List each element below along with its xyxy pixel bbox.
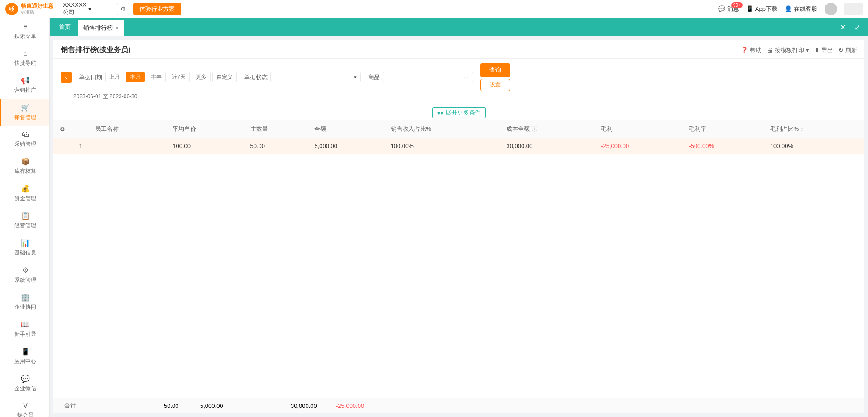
tab-bar-right: ✕ ⤢ [837, 22, 866, 33]
sidebar-label: 销售管理 [14, 114, 36, 121]
online-service-button[interactable]: 👤 在线客服 [785, 5, 817, 13]
sidebar-item-sales[interactable]: 🛒 销售管理 [0, 99, 49, 126]
message-button[interactable]: 💬 消息 99+ [718, 5, 739, 13]
logo-icon: 畅 [5, 3, 18, 15]
filter-collapse-button[interactable]: ‹ [61, 72, 72, 83]
app-center-icon: 📱 [21, 347, 30, 356]
date-custom-button[interactable]: 自定义 [212, 72, 237, 82]
tab-active[interactable]: 销售排行榜 × [78, 20, 124, 36]
sidebar-item-app-center[interactable]: 📱 应用中心 [0, 343, 49, 370]
logo: 畅 畅康通好生意 标准版 [5, 3, 55, 15]
table-body: 1100.0050.005,000.00100.00%30,000.00-25,… [53, 138, 864, 154]
date-last-7-days-button[interactable]: 近7天 [168, 72, 190, 82]
col-cost: 成本全额 ⓘ [501, 120, 595, 138]
tab-active-label: 销售排行榜 [83, 24, 113, 32]
basic-info-icon: 📊 [21, 239, 30, 247]
date-this-year-button[interactable]: 本年 [147, 72, 166, 82]
date-this-month-button[interactable]: 本月 [126, 72, 145, 82]
gear-icon: ⚙ [120, 5, 126, 12]
table-wrap: ⚙ 员工名称 平均单价 主数量 全额 销售收入占比% 成本全额 ⓘ 毛利 [53, 120, 864, 398]
sidebar-label: 快捷导航 [14, 59, 36, 67]
date-range-display: 2023-06-01 至 2023-06-30 [61, 91, 857, 101]
sidebar-item-search-order[interactable]: ≡ 搜索菜单 [0, 18, 49, 45]
cell-rank: 1 [72, 138, 90, 154]
footer-total-label: 合计 [59, 402, 158, 410]
sidebar-item-inventory[interactable]: 📦 库存核算 [0, 153, 49, 180]
export-icon: ⬇ [815, 47, 820, 53]
col-settings[interactable]: ⚙ [53, 120, 72, 138]
sidebar-label: 企业协同 [14, 303, 36, 311]
date-last-month-button[interactable]: 上月 [105, 72, 124, 82]
goods-input[interactable]: ··· [383, 72, 473, 82]
sidebar-label: 基础信息 [14, 249, 36, 257]
footer-total: 5,000.00 [195, 403, 240, 409]
page-title: 销售排行榜(按业务员) [61, 45, 131, 55]
date-more-button[interactable]: 更多 [192, 72, 211, 82]
cell-gross-pct: 100.00% [765, 138, 864, 154]
sidebar-item-finance[interactable]: 💰 资金管理 [0, 180, 49, 207]
table-row: 1100.0050.005,000.00100.00%30,000.00-25,… [53, 138, 864, 154]
app-download-button[interactable]: 📱 App下载 [746, 5, 777, 13]
trial-button[interactable]: 体验行业方案 [133, 3, 181, 15]
goods-filter-item: 商品 ··· [368, 72, 473, 82]
export-button[interactable]: ⬇ 导出 [815, 46, 833, 54]
tab-home[interactable]: 首页 [52, 18, 78, 36]
sidebar-item-wechat[interactable]: 💬 企业微信 [0, 370, 49, 397]
refresh-label: 刷新 [845, 46, 857, 54]
company-selector[interactable]: XXXXXX公司 [59, 0, 113, 19]
sidebar-label: 采购管理 [14, 140, 36, 148]
cell-total: 5,000.00 [309, 138, 385, 154]
page-content: 销售排行榜(按业务员) ❓ 帮助 🖨 按模板打印 ⬇ 导出 [53, 40, 864, 413]
cell-name [90, 138, 167, 154]
filter-settings-button[interactable]: 设置 [480, 79, 510, 91]
sidebar-item-enterprise[interactable]: 🏢 企业协同 [0, 288, 49, 316]
settings-button[interactable]: ⚙ [117, 3, 129, 15]
footer-qty: 50.00 [158, 403, 195, 409]
refresh-button[interactable]: ↻ 刷新 [839, 46, 857, 54]
sales-icon: 🛒 [21, 103, 30, 112]
gross-pct-info-icon[interactable]: ↕ [801, 125, 804, 132]
top-bar: 畅 畅康通好生意 标准版 XXXXXX公司 ⚙ 体验行业方案 💬 消息 99+ … [0, 0, 868, 18]
page-actions: ❓ 帮助 🖨 按模板打印 ⬇ 导出 ↻ 刷新 [741, 46, 857, 54]
cell-cost: 30,000.00 [501, 138, 595, 154]
expand-more-section: ▾ 展开更多条件 [53, 105, 864, 120]
sidebar-label: 系统管理 [14, 276, 36, 284]
sales-table: ⚙ 员工名称 平均单价 主数量 全额 销售收入占比% 成本全额 ⓘ 毛利 [53, 120, 864, 154]
sidebar-label: 应用中心 [14, 358, 36, 365]
sidebar-item-member[interactable]: V 畅会员 [0, 397, 49, 417]
status-select[interactable] [270, 72, 361, 82]
footer-gross: -25,000.00 [331, 403, 376, 409]
home-icon: ⌂ [23, 49, 28, 58]
help-label: 帮助 [750, 46, 762, 54]
col-gross: 毛利 [595, 120, 683, 138]
col-qty: 主数量 [245, 120, 309, 138]
close-window-button[interactable]: ✕ [837, 22, 848, 33]
date-filter-label: 单据日期 [79, 73, 102, 81]
more-icon[interactable]: ··· [461, 74, 469, 81]
sidebar-label: 库存核算 [14, 168, 36, 175]
cost-info-icon[interactable]: ⓘ [532, 125, 537, 132]
sidebar-item-system[interactable]: ⚙ 系统管理 [0, 261, 49, 288]
sidebar-item-operations[interactable]: 📋 经营管理 [0, 207, 49, 234]
service-label: 在线客服 [794, 5, 817, 13]
tab-close-button[interactable]: × [115, 25, 119, 31]
sidebar-item-basic-info[interactable]: 📊 基础信息 [0, 234, 49, 261]
sidebar-item-quick-nav[interactable]: ⌂ 快捷导航 [0, 45, 49, 72]
maximize-button[interactable]: ⤢ [852, 22, 863, 33]
sidebar-item-purchase[interactable]: 🛍 采购管理 [0, 126, 49, 153]
query-button[interactable]: 查询 [480, 63, 510, 77]
help-button[interactable]: ❓ 帮助 [741, 46, 762, 54]
sidebar-label: 畅会员 [17, 412, 34, 417]
avatar[interactable] [825, 3, 837, 15]
sidebar-item-marketing[interactable]: 📢 营销推广 [0, 72, 49, 99]
sidebar-item-guide[interactable]: 📖 新手引导 [0, 316, 49, 343]
expand-more-button[interactable]: ▾ 展开更多条件 [432, 107, 486, 118]
finance-icon: 💰 [21, 184, 30, 193]
cell-gross-rate: -500.00% [683, 138, 764, 154]
col-gross-rate: 毛利率 [683, 120, 764, 138]
logo-text: 畅康通好生意 标准版 [21, 3, 53, 14]
app-label: App下载 [755, 5, 777, 13]
search-icon: ≡ [23, 23, 27, 31]
print-button[interactable]: 🖨 按模板打印 [767, 46, 809, 54]
operations-icon: 📋 [21, 211, 30, 220]
